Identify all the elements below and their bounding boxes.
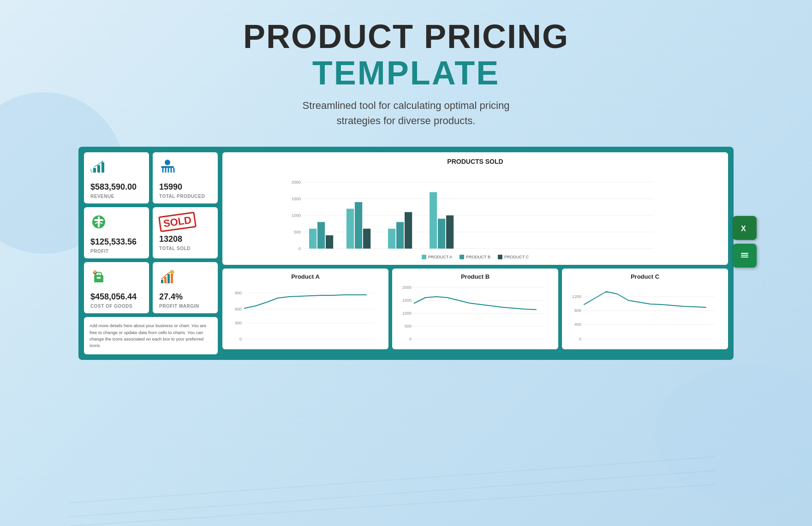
title-section: PRODUCT PRICING TEMPLATE Streamlined too… — [243, 18, 569, 128]
svg-text:2000: 2000 — [292, 180, 301, 185]
small-charts-row: Product A 0 300 600 900 — [222, 269, 728, 349]
svg-text:Aug: Aug — [321, 342, 328, 343]
svg-text:Dec: Dec — [365, 342, 372, 343]
sheets-icon[interactable] — [733, 244, 757, 268]
svg-rect-16 — [94, 219, 103, 221]
svg-text:Apr: Apr — [616, 342, 622, 343]
svg-rect-44 — [405, 212, 412, 249]
profit-margin-card: 27.4% PROFIT MARGIN — [153, 262, 218, 313]
profit-margin-value: 27.4% — [159, 292, 213, 302]
svg-text:Sep: Sep — [671, 342, 678, 343]
svg-text:2000: 2000 — [402, 285, 412, 290]
svg-text:Apr: Apr — [276, 342, 283, 343]
svg-line-1 — [69, 471, 715, 517]
svg-text:Oct: Oct — [513, 343, 519, 343]
profit-margin-icon — [159, 269, 213, 288]
svg-text:X: X — [741, 225, 746, 233]
kpi-row-1: $583,590.00 REVENUE — [84, 152, 218, 203]
svg-text:0: 0 — [299, 246, 301, 251]
revenue-icon — [90, 159, 144, 179]
product-b-chart-card: Product B 0 500 1000 1500 2000 — [392, 269, 558, 349]
svg-rect-46 — [438, 219, 445, 249]
svg-rect-3 — [93, 168, 96, 173]
profit-icon — [90, 214, 144, 233]
svg-text:Feb: Feb — [424, 342, 430, 343]
svg-rect-18 — [97, 277, 101, 279]
svg-rect-8 — [161, 166, 174, 168]
svg-text:Dec: Dec — [705, 342, 711, 343]
svg-rect-5 — [102, 162, 104, 173]
cost-of-goods-icon — [90, 269, 144, 288]
svg-text:Oct: Oct — [343, 343, 349, 343]
products-sold-title: PRODUCTS SOLD — [230, 158, 721, 165]
product-c-title: Product C — [567, 273, 722, 280]
notes-card: Add more details here about your busines… — [84, 317, 218, 354]
svg-text:Jun: Jun — [299, 342, 304, 343]
svg-text:Oct: Oct — [651, 252, 657, 252]
svg-text:Feb: Feb — [594, 342, 600, 343]
total-sold-value: 13208 — [159, 234, 213, 244]
cost-of-goods-card: $458,056.44 COST OF GOODS — [84, 262, 149, 313]
svg-rect-41 — [363, 229, 370, 249]
svg-point-25 — [170, 270, 174, 274]
svg-rect-36 — [309, 229, 316, 249]
kpi-row-2: $125,533.56 PROFIT SOLD 13208 TOTAL SOLD — [84, 207, 218, 258]
revenue-label: REVENUE — [90, 194, 144, 199]
subtitle: Streamlined tool for calculating optimal… — [243, 98, 569, 128]
notes-text: Add more details here about your busines… — [90, 323, 212, 349]
svg-text:1500: 1500 — [292, 197, 301, 201]
svg-text:Mar: Mar — [435, 342, 442, 343]
svg-text:0: 0 — [579, 337, 581, 341]
svg-text:May: May — [457, 342, 465, 343]
bar-chart-svg: 0 500 1000 1500 2000 — [230, 169, 721, 252]
product-a-title: Product A — [228, 273, 383, 280]
profit-value: $125,533.56 — [90, 237, 144, 247]
svg-rect-43 — [396, 222, 404, 249]
svg-text:Aug: Aug — [660, 342, 667, 343]
svg-point-6 — [102, 161, 103, 162]
profit-card: $125,533.56 PROFIT — [84, 207, 149, 258]
svg-text:1000: 1000 — [292, 213, 301, 218]
svg-rect-4 — [97, 165, 100, 173]
svg-rect-42 — [388, 229, 395, 249]
total-sold-label: TOTAL SOLD — [159, 246, 213, 251]
total-produced-icon — [159, 159, 213, 179]
svg-point-19 — [94, 270, 96, 273]
svg-text:Sep: Sep — [502, 342, 508, 343]
svg-text:600: 600 — [235, 307, 242, 311]
total-produced-label: TOTAL PRODUCED — [159, 194, 213, 199]
svg-text:Nov: Nov — [693, 342, 700, 343]
excel-icon[interactable]: X — [733, 216, 757, 240]
svg-text:400: 400 — [574, 322, 581, 327]
chart-legend: PRODUCT A PRODUCT B PRODUCT C — [230, 255, 721, 259]
cost-of-goods-value: $458,056.44 — [90, 292, 144, 302]
svg-text:Jan: Jan — [243, 342, 249, 343]
svg-text:Jun: Jun — [526, 252, 533, 252]
revenue-value: $583,590.00 — [90, 182, 144, 192]
excel-icons: X — [733, 216, 757, 268]
svg-text:May: May — [627, 342, 634, 343]
legend-product-a: PRODUCT A — [422, 255, 452, 259]
svg-text:Jan: Jan — [413, 342, 419, 343]
sold-stamp-icon: SOLD — [159, 214, 213, 231]
bar-chart-area: 0 500 1000 1500 2000 — [230, 169, 721, 252]
profit-label: PROFIT — [90, 249, 144, 254]
product-b-svg: 0 500 1000 1500 2000 Jan — [398, 283, 553, 343]
product-a-chart-card: Product A 0 300 600 900 — [222, 269, 388, 349]
left-panel: $583,590.00 REVENUE — [84, 152, 218, 354]
svg-rect-39 — [346, 209, 354, 249]
svg-text:May: May — [484, 252, 492, 252]
svg-text:Apr: Apr — [446, 342, 453, 343]
svg-rect-21 — [164, 277, 167, 283]
svg-text:Jun: Jun — [468, 342, 474, 343]
cost-of-goods-label: COST OF GOODS — [90, 304, 144, 309]
svg-rect-37 — [317, 222, 325, 249]
svg-line-2 — [69, 484, 715, 526]
svg-text:1500: 1500 — [402, 298, 412, 303]
kpi-row-3: $458,056.44 COST OF GOODS — [84, 262, 218, 313]
svg-text:Apr: Apr — [438, 252, 444, 252]
svg-text:Sep: Sep — [625, 252, 633, 252]
total-produced-value: 15990 — [159, 182, 213, 192]
legend-product-b: PRODUCT B — [460, 255, 490, 259]
svg-rect-22 — [167, 274, 170, 283]
